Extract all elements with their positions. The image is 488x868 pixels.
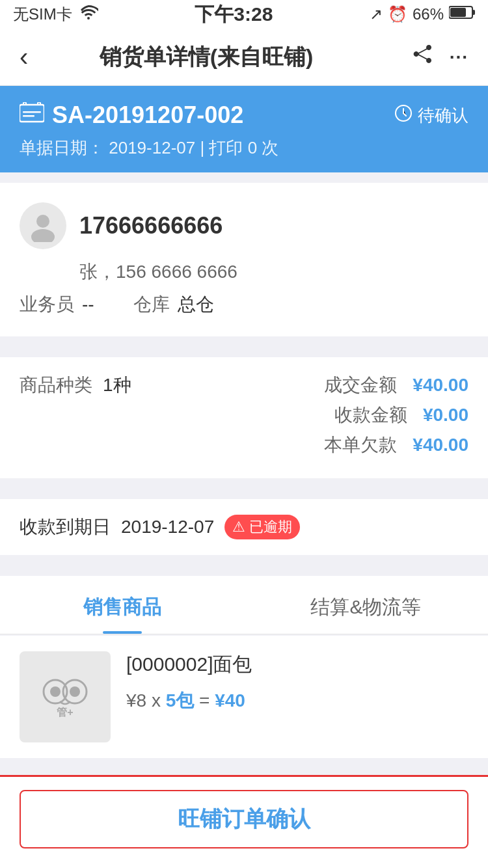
status-bar: 无SIM卡 下午3:28 ↗ ⏰ 66% bbox=[0, 0, 488, 29]
price-total: ¥40 bbox=[215, 690, 245, 711]
collected-row: 收款金额 ¥0.00 bbox=[324, 403, 468, 427]
product-type-value: 1种 bbox=[103, 373, 131, 398]
due-date-section: 收款到期日 2019-12-07 ⚠ 已逾期 bbox=[0, 499, 488, 555]
product-item: 管+ [0000002]面包 ¥8 x 5包 = ¥40 bbox=[20, 651, 468, 742]
svg-rect-3 bbox=[20, 105, 44, 122]
more-button[interactable]: ··· bbox=[450, 47, 468, 68]
location-icon: ↗ bbox=[370, 5, 383, 23]
sales-label: 业务员 bbox=[20, 292, 74, 317]
svg-rect-5 bbox=[23, 115, 34, 117]
warehouse-meta: 仓库 总仓 bbox=[133, 292, 214, 317]
tab-settlement[interactable]: 结算&物流等 bbox=[244, 576, 488, 634]
order-header: SA-20191207-002 待确认 单据日期： 2019-12-07 | 打… bbox=[0, 86, 488, 172]
product-name: [0000002]面包 bbox=[126, 651, 468, 678]
tabs-row: 销售商品 结算&物流等 bbox=[0, 576, 488, 634]
battery-text: 66% bbox=[413, 5, 444, 23]
owed-row: 本单欠款 ¥40.00 bbox=[324, 433, 468, 457]
svg-point-7 bbox=[36, 215, 49, 228]
confirm-order-button[interactable]: 旺铺订单确认 bbox=[20, 790, 468, 848]
product-info: [0000002]面包 ¥8 x 5包 = ¥40 bbox=[126, 651, 468, 713]
collected-value: ¥0.00 bbox=[423, 405, 468, 426]
confirm-btn-wrapper: 旺铺订单确认 bbox=[0, 775, 488, 868]
warning-icon: ⚠ bbox=[232, 519, 245, 536]
customer-meta: 业务员 -- 仓库 总仓 bbox=[20, 292, 468, 317]
sales-meta: 业务员 -- bbox=[20, 292, 94, 317]
order-icon bbox=[20, 102, 44, 129]
clock-icon bbox=[394, 104, 413, 127]
overdue-badge: ⚠ 已逾期 bbox=[224, 515, 300, 539]
alarm-icon: ⏰ bbox=[388, 5, 407, 23]
divider-2 bbox=[0, 478, 488, 489]
svg-rect-1 bbox=[472, 10, 475, 15]
sales-value: -- bbox=[82, 294, 94, 315]
price-equals: = bbox=[199, 690, 215, 711]
nav-actions: ··· bbox=[411, 42, 468, 72]
product-price: ¥8 x 5包 = ¥40 bbox=[126, 688, 468, 713]
amount-value: ¥40.00 bbox=[413, 375, 468, 396]
product-thumbnail: 管+ bbox=[20, 651, 111, 742]
product-logo: 管+ bbox=[33, 669, 98, 726]
collected-label: 收款金额 bbox=[334, 403, 407, 427]
wifi-icon bbox=[79, 5, 98, 23]
customer-phone: 17666666666 bbox=[79, 212, 223, 239]
order-id: SA-20191207-002 bbox=[20, 102, 243, 129]
carrier-text: 无SIM卡 bbox=[13, 4, 72, 25]
due-date-label: 收款到期日 bbox=[20, 515, 111, 539]
svg-rect-2 bbox=[450, 8, 466, 17]
owed-label: 本单欠款 bbox=[324, 433, 397, 457]
amount-label: 成交金额 bbox=[324, 373, 397, 398]
amount-row: 成交金额 ¥40.00 bbox=[324, 373, 468, 398]
nav-bar: ‹ 销货单详情(来自旺铺) ··· bbox=[0, 29, 488, 86]
svg-rect-4 bbox=[23, 111, 41, 113]
warehouse-label: 仓库 bbox=[133, 292, 170, 317]
price-quantity: 5包 bbox=[166, 690, 195, 711]
product-section: 管+ [0000002]面包 ¥8 x 5包 = ¥40 bbox=[0, 636, 488, 758]
battery-icon bbox=[449, 5, 475, 23]
tabs-section: 销售商品 结算&物流等 bbox=[0, 576, 488, 634]
svg-point-11 bbox=[50, 686, 61, 697]
divider-1 bbox=[0, 336, 488, 347]
status-right: ↗ ⏰ 66% bbox=[370, 5, 475, 23]
share-button[interactable] bbox=[411, 42, 434, 72]
svg-point-12 bbox=[70, 686, 80, 697]
divider-3 bbox=[0, 555, 488, 565]
product-type-label: 商品种类 bbox=[20, 373, 92, 398]
order-id-row: SA-20191207-002 待确认 bbox=[20, 102, 468, 129]
order-date: 单据日期： 2019-12-07 | 打印 0 次 bbox=[20, 137, 468, 159]
customer-name: 张，156 6666 6666 bbox=[20, 260, 468, 284]
page-title: 销货单详情(来自旺铺) bbox=[2, 42, 410, 72]
customer-row: 17666666666 bbox=[20, 202, 468, 249]
order-summary: 商品种类 1种 成交金额 ¥40.00 收款金额 ¥0.00 本单欠款 ¥40.… bbox=[0, 357, 488, 478]
customer-section: 17666666666 张，156 6666 6666 业务员 -- 仓库 总仓 bbox=[0, 183, 488, 336]
svg-text:管+: 管+ bbox=[57, 707, 73, 718]
summary-right: 成交金额 ¥40.00 收款金额 ¥0.00 本单欠款 ¥40.00 bbox=[324, 373, 468, 463]
price-unit: ¥8 x bbox=[126, 690, 166, 711]
svg-point-8 bbox=[31, 229, 55, 242]
tab-sales-product[interactable]: 销售商品 bbox=[0, 576, 244, 634]
owed-value: ¥40.00 bbox=[413, 435, 468, 455]
avatar bbox=[20, 202, 66, 249]
summary-left: 商品种类 1种 bbox=[20, 373, 131, 398]
due-date-value: 2019-12-07 bbox=[121, 517, 214, 537]
order-status: 待确认 bbox=[394, 104, 468, 127]
status-time: 下午3:28 bbox=[195, 1, 273, 28]
status-left: 无SIM卡 bbox=[13, 4, 98, 25]
warehouse-value: 总仓 bbox=[178, 292, 214, 317]
